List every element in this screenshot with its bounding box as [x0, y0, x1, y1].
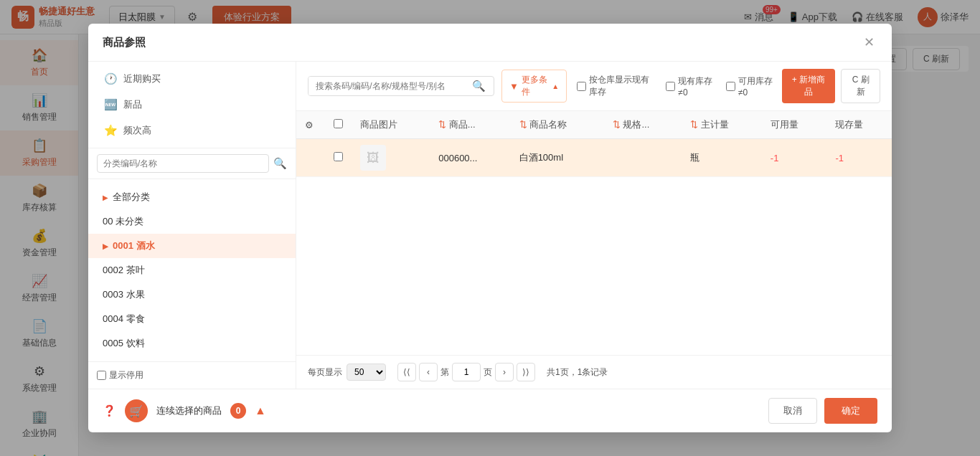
modal-header: 商品参照 ✕: [88, 24, 892, 62]
table-row[interactable]: 🖼 000600... 白酒100ml 瓶 -1 -1: [296, 139, 892, 177]
sort-icon-unit: ⇅: [690, 119, 698, 130]
product-search-input[interactable]: [308, 77, 466, 95]
frequent-label: 频次高: [123, 124, 151, 137]
first-page-button[interactable]: ⟨⟨: [397, 363, 416, 381]
cb-stock-nonzero[interactable]: 现有库存≠0: [666, 75, 715, 98]
col-name[interactable]: ⇅ 商品名称: [511, 111, 604, 139]
cell-checkbox[interactable]: [325, 139, 352, 177]
tab-new-products[interactable]: 🆕 新品: [97, 93, 287, 116]
cell-code: 000600...: [430, 139, 510, 177]
row-checkbox[interactable]: [334, 152, 343, 161]
product-reference-modal: 商品参照 ✕ 🕐 近期购买 🆕 新品 ⭐ 频次高: [88, 24, 892, 432]
modal-footer: ❓ 🛒 连续选择的商品 0 ▲ 取消 确定: [88, 389, 892, 432]
product-table: ⚙ 商品图片 ⇅ 商品...: [296, 111, 892, 177]
tab-frequent[interactable]: ⭐ 频次高: [97, 119, 287, 142]
footer-action-buttons: 取消 确定: [768, 398, 877, 424]
cell-name: 白酒100ml: [511, 139, 604, 177]
per-page-select[interactable]: 10 20 50 100: [347, 364, 386, 381]
col-spec[interactable]: ⇅ 规格...: [604, 111, 682, 139]
modal-close-button[interactable]: ✕: [860, 34, 877, 51]
modal-overlay: 商品参照 ✕ 🕐 近期购买 🆕 新品 ⭐ 频次高: [0, 0, 980, 456]
select-all-checkbox[interactable]: [334, 119, 343, 128]
filter-label: 更多条件: [522, 74, 549, 98]
product-thumbnail: 🖼: [360, 145, 386, 171]
show-disabled-label: 显示停用: [109, 369, 143, 381]
cell-image: 🖼: [352, 139, 430, 177]
right-panel: 🔍 ▼ 更多条件 ▲ 按仓库显示现有库存 现: [296, 62, 892, 389]
image-placeholder-icon: 🖼: [367, 151, 380, 166]
recent-icon: 🕐: [104, 72, 118, 85]
chevron-up-icon: ▲: [552, 82, 559, 90]
page-number-input[interactable]: [452, 363, 481, 381]
sort-icon: ⇅: [438, 119, 446, 130]
cat-item-00[interactable]: 00 未分类: [88, 209, 296, 234]
category-search-row: 🔍: [88, 148, 296, 179]
page-size-wrap: 每页显示 10 20 50 100: [308, 364, 386, 381]
collapse-footer-icon[interactable]: ▲: [255, 404, 266, 417]
pagination: 每页显示 10 20 50 100 ⟨⟨ ‹ 第 页: [296, 355, 892, 389]
cb-warehouse-input[interactable]: [577, 82, 586, 91]
cat-item-0003[interactable]: 0003 水果: [88, 282, 296, 307]
tab-recent-purchase[interactable]: 🕐 近期购买: [97, 67, 287, 90]
col-settings[interactable]: ⚙: [296, 111, 325, 139]
modal-title: 商品参照: [103, 36, 146, 49]
last-page-button[interactable]: ⟩⟩: [517, 363, 535, 381]
total-info: 共1页，1条记录: [547, 366, 608, 379]
help-icon[interactable]: ❓: [103, 404, 116, 417]
sort-icon-name: ⇅: [519, 119, 527, 130]
new-icon: 🆕: [104, 98, 118, 111]
new-label: 新品: [123, 98, 142, 111]
col-unit[interactable]: ⇅ 主计量: [682, 111, 762, 139]
cat-item-0002[interactable]: 0002 茶叶: [88, 258, 296, 282]
cb-warehouse[interactable]: 按仓库显示现有库存: [577, 74, 654, 98]
cb-stock-nonzero-input[interactable]: [666, 82, 675, 91]
cell-spec: [604, 139, 682, 177]
cat-item-all[interactable]: ▶ 全部分类: [88, 185, 296, 209]
more-filter-button[interactable]: ▼ 更多条件 ▲: [501, 70, 567, 103]
product-search-icon[interactable]: 🔍: [466, 80, 491, 92]
col-code[interactable]: ⇅ 商品...: [430, 111, 510, 139]
cart-count-badge: 0: [230, 403, 246, 419]
add-product-button[interactable]: + 新增商品: [782, 69, 836, 103]
sort-icon-spec: ⇅: [613, 119, 621, 130]
cb-available-nonzero[interactable]: 可用库存≠0: [726, 75, 775, 98]
page-suffix: 页: [484, 366, 492, 379]
col-checkbox[interactable]: [325, 111, 352, 139]
page-buttons: ⟨⟨ ‹ 第 页 › ⟩⟩: [397, 363, 535, 381]
cell-unit: 瓶: [682, 139, 762, 177]
cart-text: 连续选择的商品: [156, 404, 222, 417]
confirm-button[interactable]: 确定: [824, 398, 877, 424]
recent-label: 近期购买: [123, 72, 161, 85]
show-disabled-input[interactable]: [97, 371, 106, 380]
show-disabled-checkbox[interactable]: 显示停用: [97, 369, 143, 381]
modal-body: 🕐 近期购买 🆕 新品 ⭐ 频次高 « 🔍: [88, 62, 892, 389]
page-label: 第: [440, 366, 449, 379]
col-settings-icon: ⚙: [305, 120, 314, 130]
category-search-input[interactable]: [97, 154, 269, 173]
category-search-icon[interactable]: 🔍: [273, 157, 287, 170]
cart-icon-button[interactable]: 🛒: [125, 399, 148, 422]
cell-stock: -1: [826, 139, 892, 177]
cat-item-0004[interactable]: 0004 零食: [88, 307, 296, 331]
col-image[interactable]: 商品图片: [352, 111, 430, 139]
cancel-button[interactable]: 取消: [768, 398, 817, 424]
per-page-label: 每页显示: [308, 366, 342, 379]
table-header-row: ⚙ 商品图片 ⇅ 商品...: [296, 111, 892, 139]
col-available[interactable]: 可用量: [762, 111, 827, 139]
left-footer: 显示停用: [88, 361, 296, 389]
cat-item-0008[interactable]: 0008 水: [88, 356, 296, 361]
col-stock[interactable]: 现存量: [826, 111, 892, 139]
cat-arrow-0001: ▶: [103, 242, 108, 250]
next-page-button[interactable]: ›: [495, 363, 514, 381]
star-icon: ⭐: [104, 124, 118, 137]
cb-available-nonzero-input[interactable]: [726, 82, 735, 91]
left-panel: 🕐 近期购买 🆕 新品 ⭐ 频次高 « 🔍: [88, 62, 296, 389]
prev-page-button[interactable]: ‹: [419, 363, 438, 381]
cat-item-0005[interactable]: 0005 饮料: [88, 331, 296, 356]
cat-arrow-all: ▶: [103, 194, 108, 201]
filter-icon: ▼: [509, 81, 519, 92]
refresh-button[interactable]: C 刷新: [841, 69, 880, 103]
cell-settings: [296, 139, 325, 177]
toolbar-right: + 新增商品 C 刷新: [782, 69, 880, 103]
cat-item-0001[interactable]: ▶ 0001 酒水: [88, 234, 296, 258]
